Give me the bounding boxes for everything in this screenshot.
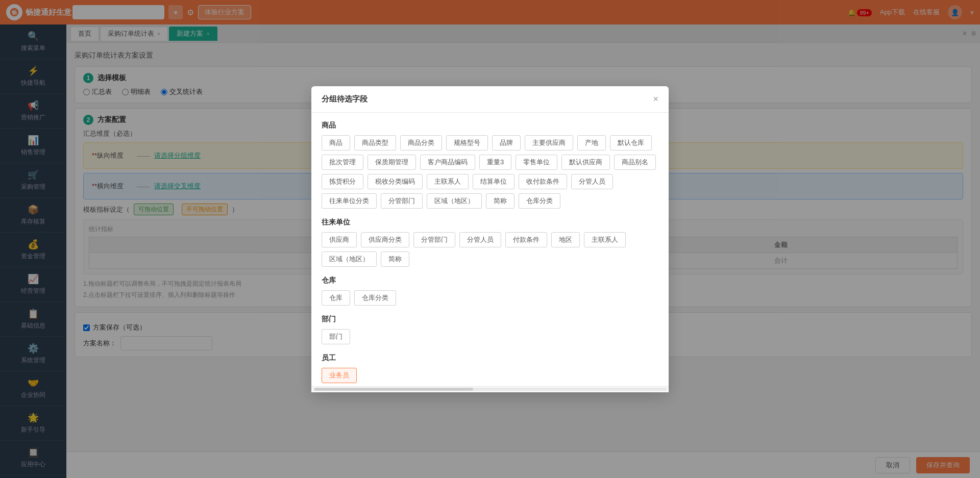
field-tag-manager[interactable]: 分管人员 xyxy=(571,174,613,189)
field-tag-source-unit-category[interactable]: 往来单位分类 xyxy=(322,193,377,209)
field-tags-department: 部门 xyxy=(322,329,658,344)
field-group-department-title: 部门 xyxy=(322,315,658,324)
field-tag-main-supplier[interactable]: 主要供应商 xyxy=(525,135,573,150)
modal-hscroll-track xyxy=(313,388,667,391)
modal-close-button[interactable]: × xyxy=(653,94,658,104)
field-tag-product-alias[interactable]: 商品别名 xyxy=(614,155,656,170)
field-group-warehouse-title: 仓库 xyxy=(322,276,658,285)
field-tag-origin[interactable]: 产地 xyxy=(577,135,606,150)
field-tags-counterparty: 供应商 供应商分类 分管部门 分管人员 付款条件 地区 主联系人 区域（地区） … xyxy=(322,232,658,267)
field-tag-default-supplier[interactable]: 默认供应商 xyxy=(561,155,610,170)
field-tag-warehouse-category[interactable]: 仓库分类 xyxy=(519,193,560,209)
field-tags-employee: 业务员 xyxy=(322,368,658,383)
field-tag-product-category[interactable]: 商品分类 xyxy=(400,135,442,150)
field-tag-main-contact[interactable]: 主联系人 xyxy=(427,174,469,189)
field-tags-product: 商品 商品类型 商品分类 规格型号 品牌 主要供应商 产地 默认仓库 批次管理 … xyxy=(322,135,658,209)
field-tag-weight3[interactable]: 重量3 xyxy=(479,155,511,170)
modal-overlay[interactable]: 分组待选字段 × 商品 商品 商品类型 商品分类 规格型号 品牌 主要供应商 产… xyxy=(0,0,980,478)
field-tag-expiry-mgmt[interactable]: 保质期管理 xyxy=(368,155,416,170)
field-group-product-title: 商品 xyxy=(322,121,658,130)
field-group-warehouse: 仓库 仓库 仓库分类 xyxy=(322,276,658,306)
field-tag-salesperson[interactable]: 业务员 xyxy=(322,368,357,383)
field-tags-warehouse: 仓库 仓库分类 xyxy=(322,290,658,306)
field-tag-short-name2[interactable]: 简称 xyxy=(381,251,409,267)
field-tag-supplier-category[interactable]: 供应商分类 xyxy=(361,232,409,247)
field-tag-supplier[interactable]: 供应商 xyxy=(322,232,357,247)
field-tag-warehouse-cat[interactable]: 仓库分类 xyxy=(354,290,396,306)
field-tag-region-area[interactable]: 区域（地区） xyxy=(322,251,377,267)
field-tag-batch-mgmt[interactable]: 批次管理 xyxy=(322,155,363,170)
field-tag-region[interactable]: 区域（地区） xyxy=(427,193,482,209)
modal-title: 分组待选字段 xyxy=(322,94,368,104)
field-tag-mgmt-dept[interactable]: 分管部门 xyxy=(381,193,423,209)
field-tag-payment-terms[interactable]: 收付款条件 xyxy=(519,174,567,189)
field-tag-retail-unit[interactable]: 零售单位 xyxy=(516,155,557,170)
field-group-employee: 员工 业务员 xyxy=(322,354,658,383)
field-tag-pick-points[interactable]: 拣货积分 xyxy=(322,174,363,189)
field-tag-default-warehouse[interactable]: 默认仓库 xyxy=(610,135,652,150)
modal-hscroll-thumb[interactable] xyxy=(314,388,473,391)
field-group-counterparty: 往来单位 供应商 供应商分类 分管部门 分管人员 付款条件 地区 主联系人 区域… xyxy=(322,218,658,267)
field-tag-tax-code[interactable]: 税收分类编码 xyxy=(368,174,423,189)
field-tag-mgmt-dept2[interactable]: 分管部门 xyxy=(413,232,455,247)
field-tag-customer-code[interactable]: 客户商品编码 xyxy=(420,155,475,170)
field-tag-spec-type[interactable]: 规格型号 xyxy=(446,135,488,150)
field-tag-warehouse[interactable]: 仓库 xyxy=(322,290,350,306)
field-tag-region2[interactable]: 地区 xyxy=(551,232,580,247)
field-tag-product-type[interactable]: 商品类型 xyxy=(354,135,396,150)
field-tag-settle-unit[interactable]: 结算单位 xyxy=(473,174,514,189)
modal: 分组待选字段 × 商品 商品 商品类型 商品分类 规格型号 品牌 主要供应商 产… xyxy=(311,86,669,392)
field-tag-product[interactable]: 商品 xyxy=(322,135,350,150)
modal-hscrollbar[interactable] xyxy=(311,386,669,392)
field-tag-dept[interactable]: 部门 xyxy=(322,329,350,344)
field-group-counterparty-title: 往来单位 xyxy=(322,218,658,227)
field-tag-main-contact2[interactable]: 主联系人 xyxy=(584,232,626,247)
field-tag-short-name[interactable]: 简称 xyxy=(486,193,514,209)
field-group-employee-title: 员工 xyxy=(322,354,658,363)
field-tag-brand[interactable]: 品牌 xyxy=(492,135,521,150)
field-group-department: 部门 部门 xyxy=(322,315,658,344)
modal-body: 商品 商品 商品类型 商品分类 规格型号 品牌 主要供应商 产地 默认仓库 批次… xyxy=(311,113,669,387)
modal-header: 分组待选字段 × xyxy=(311,86,669,113)
field-group-product: 商品 商品 商品类型 商品分类 规格型号 品牌 主要供应商 产地 默认仓库 批次… xyxy=(322,121,658,209)
field-tag-payment-terms2[interactable]: 付款条件 xyxy=(505,232,547,247)
field-tag-mgmt-staff2[interactable]: 分管人员 xyxy=(459,232,501,247)
